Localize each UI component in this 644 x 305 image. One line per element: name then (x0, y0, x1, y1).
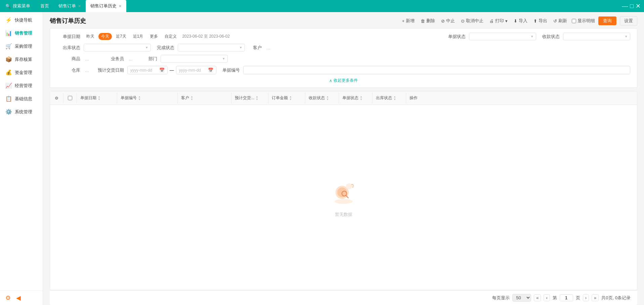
sidebar-item-quick-nav[interactable]: ⚡ 快捷导航 (0, 13, 43, 27)
th-op-label: 操作 (410, 95, 418, 101)
sidebar-item-purchase-mgmt[interactable]: 🛒 采购管理 (0, 40, 43, 53)
th-no[interactable]: 单据编号 ▲▼ (117, 92, 178, 104)
tab-sales-order[interactable]: 销售订单 ✕ (54, 0, 86, 12)
sidebar-settings-btn[interactable]: ⚙ (5, 294, 11, 302)
complete-select[interactable]: ▾ (178, 44, 245, 51)
sidebar-item-label: 采购管理 (15, 43, 32, 49)
date-shortcuts: 昨天 今天 近7天 近1月 更多 自定义 (84, 33, 179, 40)
page-size-select[interactable]: 50 10 20 100 (512, 294, 531, 302)
date-last7[interactable]: 近7天 (113, 33, 129, 40)
purchase-mgmt-icon: 🛒 (5, 43, 12, 49)
th-check[interactable] (63, 93, 77, 103)
order-no-input[interactable] (243, 66, 630, 74)
tab-sales-order-history-close[interactable]: ✕ (119, 4, 122, 8)
tab-sales-order-history[interactable]: 销售订单历史 ✕ (86, 0, 126, 12)
window-controls: — □ ✕ (622, 3, 641, 9)
tab-home[interactable]: 首页 (36, 0, 54, 12)
empty-illustration (329, 177, 359, 207)
date-last-month[interactable]: 近1月 (130, 33, 146, 40)
minimize-btn[interactable]: — (622, 3, 628, 9)
salesperson-dots[interactable]: ... (127, 56, 134, 62)
th-collect[interactable]: 收款状态 ▲▼ (305, 92, 339, 104)
customer-sort-icon: ▲▼ (190, 96, 193, 101)
sidebar-item-basic-info[interactable]: 📋 基础信息 (0, 92, 43, 105)
print-button[interactable]: 🖨 打印 ▾ (488, 17, 509, 25)
payment-label: 收款状态 (540, 34, 563, 40)
sidebar-item-sys-mgmt[interactable]: ⚙️ 系统管理 (0, 105, 43, 118)
dept-select[interactable]: ▾ (161, 55, 228, 63)
out-status-label: 出库状态 (57, 45, 84, 51)
th-gear[interactable]: ⚙ (50, 93, 63, 103)
refresh-button[interactable]: ↺ 刷新 (552, 17, 568, 25)
date-filter-content: 昨天 今天 近7天 近1月 更多 自定义 2023-06-02 至 2023-0… (84, 33, 445, 40)
th-delivery[interactable]: 预计交货... ▲▼ (231, 92, 268, 104)
last-page-btn[interactable]: » (592, 294, 599, 301)
warehouse-dots[interactable]: ... (84, 68, 90, 73)
delete-label: 删除 (426, 18, 435, 24)
first-page-btn[interactable]: « (534, 294, 541, 301)
th-date[interactable]: 单据日期 ▲▼ (77, 92, 117, 104)
settings-button[interactable]: 设置 (620, 16, 637, 26)
stop-button[interactable]: ⊘ 中止 (440, 17, 456, 25)
status-sort-icon: ▲▼ (360, 96, 362, 101)
operation-icon: 📈 (5, 82, 12, 89)
dept-label: 部门 (144, 56, 161, 62)
date-more[interactable]: 更多 (147, 33, 161, 40)
sidebar-bottom: ⚙ ◀ (0, 291, 43, 305)
th-customer[interactable]: 客户 ▲▼ (178, 92, 231, 104)
amount-sort-icon: ▲▼ (289, 96, 292, 101)
svg-point-5 (346, 183, 352, 189)
delivery-end-input[interactable]: yyyy-mm-dd 📅 (176, 66, 216, 74)
prev-page-btn[interactable]: ‹ (544, 294, 550, 301)
delivery-start-input[interactable]: yyyy-mm-dd 📅 (127, 66, 168, 74)
import-button[interactable]: ⬇ 导入 (512, 17, 529, 25)
select-all-checkbox[interactable] (68, 96, 72, 100)
customer-dots[interactable]: ... (265, 45, 272, 50)
sidebar-item-finance[interactable]: 💰 资金管理 (0, 66, 43, 79)
sidebar-collapse-btn[interactable]: ◀ (16, 294, 21, 302)
goods-dots[interactable]: ... (84, 56, 90, 62)
delivery-end-cal-icon: 📅 (208, 68, 213, 73)
date-yesterday[interactable]: 昨天 (84, 33, 97, 40)
th-out-status[interactable]: 出库状态 ▲▼ (373, 92, 406, 104)
tab-sales-order-close[interactable]: ✕ (78, 4, 81, 8)
display-columns-checkbox[interactable] (572, 19, 576, 23)
page-label: 第 (553, 295, 557, 301)
payment-select[interactable]: ▾ (563, 33, 630, 40)
th-status[interactable]: 单据状态 ▲▼ (339, 92, 373, 104)
basic-info-icon: 📋 (5, 96, 12, 102)
query-button[interactable]: 查询 (598, 16, 616, 25)
add-button[interactable]: + 新增 (400, 17, 416, 25)
out-status-arrow: ▾ (146, 45, 148, 50)
sidebar-nav: ⚡ 快捷导航 📊 销售管理 🛒 采购管理 📦 库存核算 💰 资金管理 📈 (0, 12, 43, 118)
collapse-row[interactable]: ∧ 收起更多条件 (57, 78, 630, 83)
maximize-btn[interactable]: □ (630, 3, 634, 9)
sidebar-item-sales-mgmt[interactable]: 📊 销售管理 (0, 27, 43, 40)
display-columns-toggle[interactable]: 显示明细 (572, 18, 595, 24)
date-today[interactable]: 今天 (98, 33, 112, 40)
status-select[interactable]: ▾ (469, 33, 536, 40)
quick-nav-icon: ⚡ (5, 17, 12, 23)
out-status-select[interactable]: ▾ (84, 44, 151, 51)
import-icon: ⬇ (514, 18, 517, 24)
sidebar-item-operation[interactable]: 📈 经营管理 (0, 79, 43, 92)
search-icon: 🔍 (5, 4, 11, 9)
sidebar-item-label: 资金管理 (15, 70, 32, 76)
date-custom[interactable]: 自定义 (162, 33, 179, 40)
export-button[interactable]: ⬆ 导出 (532, 17, 549, 25)
sidebar-item-inventory[interactable]: 📦 库存核算 (0, 53, 43, 66)
delete-button[interactable]: 🗑 删除 (419, 17, 436, 25)
search-menu-label: 搜索菜单 (13, 3, 30, 9)
page-input[interactable] (560, 294, 573, 301)
th-status-label: 单据状态 (342, 95, 358, 101)
page-title: 销售订单历史 (50, 17, 86, 25)
cancel-stop-button[interactable]: ⊙ 取消中止 (460, 17, 485, 25)
close-btn[interactable]: ✕ (636, 3, 641, 9)
next-page-btn[interactable]: › (583, 294, 589, 301)
sales-mgmt-icon: 📊 (5, 30, 12, 36)
th-amount[interactable]: 订单金额 ▲▼ (268, 92, 305, 104)
cancel-stop-icon: ⊙ (461, 18, 465, 24)
warehouse-label: 仓库 (57, 67, 84, 73)
search-menu[interactable]: 🔍 搜索菜单 (0, 0, 36, 12)
filter-area: 单据日期 昨天 今天 近7天 近1月 更多 自定义 2023-06-02 至 2… (50, 28, 637, 88)
